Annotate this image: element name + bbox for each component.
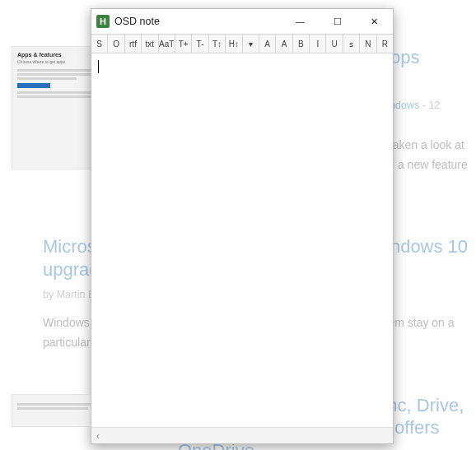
toolbar-normal-button[interactable]: N — [360, 35, 376, 53]
toolbar-strikethrough-button[interactable]: S — [91, 35, 108, 53]
toolbar-dropdown-button[interactable]: ▾ — [243, 35, 259, 53]
toolbar-height-button[interactable]: H↕ — [226, 35, 242, 53]
toolbar-font-decrease-button[interactable]: T- — [192, 35, 208, 53]
toolbar-highlight-color-button[interactable]: A — [276, 35, 292, 53]
window-title: OSD note — [114, 16, 282, 27]
toolbar-underline-button[interactable]: U — [326, 35, 343, 53]
toolbar-font-increase-button[interactable]: T+ — [175, 35, 192, 53]
osd-note-window: H OSD note — ☐ ✕ SOrtftxtAaTT+T-T↕H↕▾AAB… — [91, 8, 394, 444]
toolbar-italic-button[interactable]: I — [310, 35, 326, 53]
status-bar: ‹ — [91, 427, 393, 443]
toolbar: SOrtftxtAaTT+T-T↕H↕▾AABIUꜱNR — [91, 34, 393, 53]
titlebar[interactable]: H OSD note — ☐ ✕ — [91, 9, 393, 34]
toolbar-overline-button[interactable]: O — [108, 35, 124, 53]
minimize-button[interactable]: — — [282, 9, 319, 34]
text-caret — [98, 60, 99, 73]
toolbar-small-caps-button[interactable]: ꜱ — [343, 35, 360, 53]
article-index — [12, 235, 28, 240]
toolbar-format-txt-button[interactable]: txt — [142, 35, 158, 53]
text-editor[interactable] — [91, 53, 393, 427]
close-button[interactable]: ✕ — [356, 9, 393, 34]
app-icon: H — [96, 15, 110, 28]
toolbar-reset-button[interactable]: R — [377, 35, 393, 53]
chevron-left-icon[interactable]: ‹ — [96, 430, 100, 442]
toolbar-case-toggle-button[interactable]: AaT — [159, 35, 175, 53]
maximize-button[interactable]: ☐ — [319, 9, 356, 34]
toolbar-format-rtf-button[interactable]: rtf — [125, 35, 142, 53]
toolbar-bold-button[interactable]: B — [293, 35, 310, 53]
toolbar-line-height-button[interactable]: T↕ — [209, 35, 226, 53]
toolbar-font-color-button[interactable]: A — [259, 35, 276, 53]
